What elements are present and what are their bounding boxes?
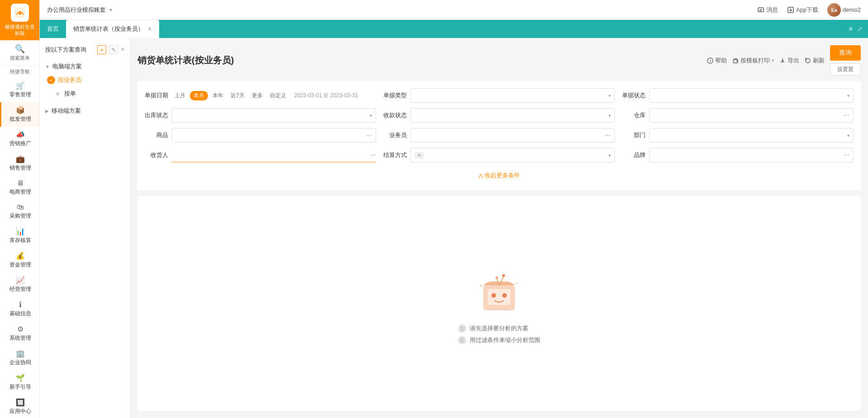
date-tab-this-year[interactable]: 本年	[210, 91, 226, 100]
download-icon	[787, 6, 794, 14]
date-tab-7days[interactable]: 近7天	[228, 91, 247, 100]
template-print-button[interactable]: 按模板打印 ▾	[732, 57, 774, 65]
purchase-icon: 🛍	[17, 203, 24, 211]
window-close-icon[interactable]: ✕	[848, 25, 854, 33]
filter-brand-control[interactable]: ···	[649, 148, 854, 162]
sidebar-item-operations[interactable]: 📈 经营管理	[0, 272, 39, 297]
filter-doc-status-item: 单据状态 ▾	[622, 88, 854, 103]
filter-doc-status-label: 单据状态	[622, 91, 649, 100]
out-status-select[interactable]: ▾	[172, 108, 376, 123]
avatar: Ea	[827, 3, 841, 17]
warehouse-input[interactable]: ···	[649, 108, 854, 123]
tab-home[interactable]: 首页	[40, 20, 66, 38]
tree-section-mobile: ▶ 移动端方案	[40, 102, 130, 119]
refresh-button[interactable]: 刷新	[805, 57, 825, 65]
goods-input[interactable]: ···	[172, 128, 376, 142]
doc-type-select[interactable]: ▾	[410, 88, 615, 103]
app-download-button[interactable]: App下载	[787, 6, 818, 14]
sidebar-item-ecommerce[interactable]: 🖥 电商管理	[0, 176, 39, 200]
filter-brand-item: 品牌 ···	[622, 148, 854, 162]
query-button[interactable]: 查询	[830, 45, 861, 61]
sidebar-item-label: 新手引导	[9, 383, 31, 391]
sidebar-logo[interactable]: 畅捷通好生意 标版	[0, 0, 39, 40]
brand-dots-icon[interactable]: ···	[844, 151, 849, 159]
filter-out-status-item: 出库状态 ▾	[145, 108, 376, 123]
tag-x-icon[interactable]: ✕	[417, 152, 421, 158]
filter-goods-item: 商品 ···	[145, 128, 376, 142]
filter-payment-status-label: 收款状态	[383, 111, 410, 119]
tree-section-desktop-header[interactable]: ▼ 电脑端方案	[40, 60, 130, 73]
tree-item-by-order[interactable]: ≡ 按单	[40, 87, 130, 100]
filter-out-status-control[interactable]: ▾	[172, 108, 376, 123]
sidebar-item-basic[interactable]: ℹ 基础信息	[0, 297, 39, 321]
sales-icon: 💼	[16, 155, 25, 163]
sidebar-item-finance[interactable]: 💰 资金管理	[0, 248, 39, 272]
content-area: 按以下方案查询 + ✎ « ▼ 电脑端方案 ✓ 按业务员 ≡ 按	[40, 38, 868, 418]
svg-point-15	[502, 274, 505, 277]
tree-item-by-salesperson[interactable]: ✓ 按业务员	[40, 73, 130, 87]
sidebar-item-enterprise[interactable]: 🏢 企业协同	[0, 346, 39, 370]
tree-section-desktop: ▼ 电脑端方案 ✓ 按业务员 ≡ 按单	[40, 58, 130, 102]
department-select[interactable]: ▾	[649, 128, 854, 142]
date-tab-last-month[interactable]: 上月	[172, 91, 188, 100]
sidebar-item-purchase[interactable]: 🛍 采购管理	[0, 200, 39, 223]
help-button[interactable]: ? 帮助	[707, 57, 727, 65]
edit-scheme-button[interactable]: ✎	[109, 45, 118, 54]
export-icon	[779, 57, 786, 64]
filter-row-3: 商品 ··· 业务员	[145, 128, 854, 142]
tab-sales-stat[interactable]: 销货单统计表（按业务员） ✕	[66, 20, 159, 38]
doc-status-select[interactable]: ▾	[649, 88, 854, 103]
salesperson-dots-icon[interactable]: ···	[605, 131, 611, 139]
hint-num-1: 1	[458, 324, 466, 332]
brand-input[interactable]: ···	[649, 148, 854, 162]
inventory-icon: 📊	[16, 227, 25, 236]
filter-goods-control[interactable]: ···	[172, 128, 376, 142]
left-panel: 按以下方案查询 + ✎ « ▼ 电脑端方案 ✓ 按业务员 ≡ 按	[40, 38, 130, 418]
sidebar-item-system[interactable]: ⚙ 系统管理	[0, 321, 39, 346]
window-expand-icon[interactable]: ⤢	[857, 25, 863, 33]
add-scheme-button[interactable]: +	[97, 45, 106, 54]
tab-home-label: 首页	[47, 25, 59, 33]
filter-settlement-control[interactable]: ✕ ▾	[410, 148, 615, 162]
receiver-dots-icon[interactable]: ···	[370, 151, 376, 159]
search-menu[interactable]: 🔍 搜索菜单	[0, 40, 39, 66]
date-tab-more[interactable]: 更多	[249, 91, 265, 100]
sidebar-item-sales[interactable]: 💼 销售管理	[0, 151, 39, 176]
filter-department-label: 部门	[622, 131, 649, 139]
sidebar-item-marketing[interactable]: 📣 营销推广	[0, 127, 39, 151]
filter-card: 单据日期 上月 本月 本年 近7天 更多 自定义 2023-03-01 至 20…	[137, 81, 861, 190]
filter-doc-status-control[interactable]: ▾	[649, 88, 854, 103]
sidebar-item-apps[interactable]: 🔲 应用中心	[0, 394, 39, 418]
settings-button[interactable]: 设置置	[830, 63, 861, 76]
sidebar-item-inventory[interactable]: 📊 库存核算	[0, 223, 39, 248]
goods-dots-icon[interactable]: ···	[366, 131, 372, 139]
receiver-input[interactable]: ···	[172, 148, 376, 162]
settlement-tag-control[interactable]: ✕ ▾	[410, 148, 615, 162]
messages-button[interactable]: 消息	[757, 6, 778, 14]
filter-payment-status-control[interactable]: ▾	[410, 108, 615, 123]
user-profile[interactable]: Ea demo2	[827, 3, 861, 17]
filter-department-control[interactable]: ▾	[649, 128, 854, 142]
filter-warehouse-control[interactable]: ···	[649, 108, 854, 123]
tree-section-mobile-header[interactable]: ▶ 移动端方案	[40, 104, 130, 118]
date-tab-this-month[interactable]: 本月	[190, 91, 208, 100]
tab-sales-stat-label: 销货单统计表（按业务员）	[73, 25, 144, 33]
export-button[interactable]: 导出	[779, 57, 799, 65]
left-panel-title: 按以下方案查询	[45, 46, 86, 54]
salesperson-input[interactable]: ···	[410, 128, 615, 142]
collapse-conditions-button[interactable]: ⋀ 收起更多条件	[145, 168, 854, 183]
filter-date-label: 单据日期	[145, 91, 172, 100]
sidebar-item-wholesale[interactable]: 📦 批发管理	[0, 102, 39, 127]
payment-status-select[interactable]: ▾	[410, 108, 615, 123]
marketing-icon: 📣	[16, 130, 25, 139]
tab-close-icon[interactable]: ✕	[147, 26, 152, 32]
collapse-panel-button[interactable]: «	[121, 45, 124, 54]
warehouse-dots-icon[interactable]: ···	[844, 111, 849, 119]
filter-salesperson-control[interactable]: ···	[410, 128, 615, 142]
filter-receiver-control[interactable]: ···	[172, 148, 376, 162]
date-tab-custom[interactable]: 自定义	[267, 91, 289, 100]
sidebar-item-retail[interactable]: 🛒 零售管理	[0, 78, 39, 102]
topbar-dropdown-icon[interactable]: ▾	[109, 7, 112, 13]
filter-doc-type-control[interactable]: ▾	[410, 88, 615, 103]
sidebar-item-newbie[interactable]: 🌱 新手引导	[0, 370, 39, 394]
